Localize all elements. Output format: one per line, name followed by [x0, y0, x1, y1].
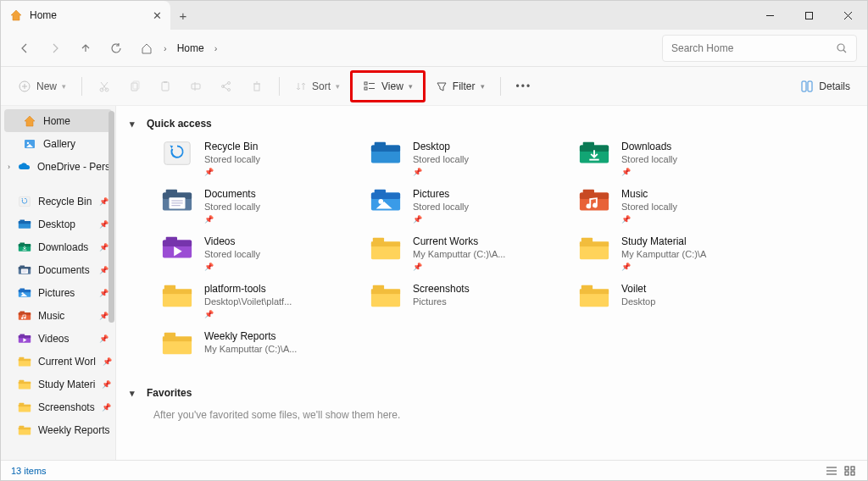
quick-access-item[interactable]: Current Works My Kamputtar (C:)\A... 📌	[369, 235, 577, 274]
details-view-icon[interactable]	[825, 465, 838, 477]
sidebar-item-onedrive---pers[interactable]: ›OneDrive - Pers	[1, 155, 115, 178]
quick-access-item[interactable]: Videos Stored locally 📌	[160, 235, 369, 274]
quick-access-item[interactable]: Screenshots Pictures	[369, 282, 577, 321]
delete-button[interactable]	[243, 73, 270, 100]
share-button[interactable]	[213, 73, 240, 100]
item-location: Desktop\Voilet\platf...	[204, 296, 292, 308]
chevron-down-icon: ▾	[130, 388, 135, 399]
svg-rect-31	[808, 81, 812, 91]
forward-button[interactable]	[42, 35, 69, 62]
sidebar-item-pictures[interactable]: Pictures📌	[1, 281, 115, 304]
sidebar-item-documents[interactable]: Documents📌	[1, 258, 115, 281]
quick-access-item[interactable]: Pictures Stored locally 📌	[369, 187, 577, 226]
pin-icon: 📌	[99, 334, 108, 343]
sidebar-item-gallery[interactable]: Gallery	[1, 132, 115, 155]
svg-rect-123	[851, 472, 854, 475]
search-box[interactable]	[662, 35, 857, 62]
back-button[interactable]	[11, 35, 38, 62]
details-button[interactable]: Details	[793, 73, 857, 100]
title-bar: Home ✕ +	[1, 1, 867, 30]
view-button[interactable]: View ▾	[356, 73, 420, 100]
item-location: Stored locally	[413, 153, 469, 166]
item-name: Weekly Reports	[204, 329, 297, 343]
folder-icon	[369, 235, 403, 262]
folder-icon	[369, 282, 403, 309]
item-location: My Kamputtar (C:)\A	[621, 248, 706, 261]
pin-icon: 📌	[99, 312, 108, 320]
item-name: Pictures	[413, 187, 469, 201]
quick-access-item[interactable]: Study Material My Kamputtar (C:)\A 📌	[577, 235, 786, 274]
sidebar-item-label: Current Worl	[38, 356, 96, 368]
quick-access-item[interactable]: Downloads Stored locally 📌	[577, 140, 786, 179]
music-icon	[18, 309, 31, 323]
up-button[interactable]	[72, 35, 99, 62]
svg-rect-45	[19, 265, 25, 267]
content-area[interactable]: ▾ Quick access Recycle Bin Stored locall…	[116, 106, 867, 460]
command-bar: New ▾ Sort ▾ View ▾ Filter ▾ ••• Details	[1, 67, 867, 106]
item-name: Screenshots	[413, 282, 470, 296]
sidebar-item-screenshots[interactable]: Screenshots📌	[1, 395, 115, 418]
quick-access-item[interactable]: platform-tools Desktop\Voilet\platf... 📌	[160, 282, 369, 321]
new-button[interactable]: New ▾	[11, 73, 73, 100]
quick-access-item[interactable]: Desktop Stored locally 📌	[369, 140, 577, 179]
sidebar-item-current-worl[interactable]: Current Worl📌	[1, 350, 115, 373]
sidebar-item-videos[interactable]: Videos📌	[1, 327, 115, 350]
close-button[interactable]	[828, 1, 867, 30]
pin-icon: 📌	[204, 309, 292, 319]
refresh-button[interactable]	[103, 35, 130, 62]
item-location: Stored locally	[204, 201, 260, 213]
quick-access-item[interactable]: Documents Stored locally 📌	[160, 187, 369, 226]
svg-rect-79	[583, 142, 594, 147]
rename-button[interactable]	[182, 73, 209, 100]
filter-button[interactable]: Filter ▾	[429, 73, 492, 100]
downloads-icon	[18, 240, 31, 254]
quick-access-item[interactable]: Voilet Desktop	[577, 282, 786, 321]
sidebar-item-label: Videos	[38, 333, 69, 345]
sort-button[interactable]: Sort ▾	[288, 73, 347, 100]
desktop-icon	[369, 140, 403, 167]
maximize-button[interactable]	[789, 1, 828, 30]
scrollbar-thumb[interactable]	[108, 111, 114, 323]
sidebar-item-label: Downloads	[38, 241, 88, 253]
sidebar-item-downloads[interactable]: Downloads📌	[1, 235, 115, 258]
item-name: Documents	[204, 187, 260, 201]
item-name: Music	[621, 187, 677, 201]
sidebar-item-label: Screenshots	[38, 401, 95, 413]
svg-rect-18	[192, 84, 200, 89]
pin-icon: 📌	[99, 220, 108, 229]
section-quick-access-header[interactable]: ▾ Quick access	[130, 118, 854, 130]
quick-access-item[interactable]: Weekly Reports My Kamputtar (C:)\A...	[160, 329, 369, 368]
sidebar-item-music[interactable]: Music📌	[1, 304, 115, 327]
sidebar-item-label: OneDrive - Pers	[37, 161, 110, 173]
quick-access-item[interactable]: Music Stored locally 📌	[577, 187, 786, 226]
svg-rect-110	[373, 285, 384, 291]
new-tab-button[interactable]: +	[170, 8, 196, 23]
item-location: Stored locally	[413, 201, 469, 213]
paste-button[interactable]	[152, 73, 179, 100]
quick-access-item[interactable]: Recycle Bin Stored locally 📌	[160, 140, 369, 179]
cut-button[interactable]	[91, 73, 118, 100]
close-icon[interactable]: ✕	[153, 9, 162, 22]
address-bar[interactable]: › Home ›	[133, 35, 659, 62]
svg-line-12	[102, 82, 108, 90]
thumbnails-view-icon[interactable]	[843, 465, 857, 477]
documents-icon	[160, 187, 194, 214]
search-input[interactable]	[671, 42, 836, 54]
sidebar-item-weekly-reports[interactable]: Weekly Reports📌	[1, 418, 115, 441]
sidebar-item-desktop[interactable]: Desktop📌	[1, 213, 115, 235]
sidebar-item-recycle-bin[interactable]: Recycle Bin📌	[1, 190, 115, 213]
folder-icon	[160, 282, 194, 309]
pin-icon: 📌	[102, 380, 111, 389]
chevron-down-icon: ▾	[130, 119, 135, 130]
sidebar-item-home[interactable]: Home	[4, 109, 112, 132]
tab-home[interactable]: Home ✕	[1, 1, 170, 30]
recycle-icon	[160, 140, 194, 167]
more-button[interactable]: •••	[509, 73, 539, 100]
copy-button[interactable]	[121, 73, 148, 100]
sidebar-item-study-materi[interactable]: Study Materi📌	[1, 373, 115, 395]
navigation-pane[interactable]: HomeGallery›OneDrive - Pers Recycle Bin📌…	[1, 106, 116, 460]
minimize-button[interactable]	[750, 1, 789, 30]
svg-rect-15	[133, 81, 139, 89]
section-favorites-header[interactable]: ▾ Favorites	[130, 387, 854, 399]
svg-rect-30	[802, 81, 806, 91]
